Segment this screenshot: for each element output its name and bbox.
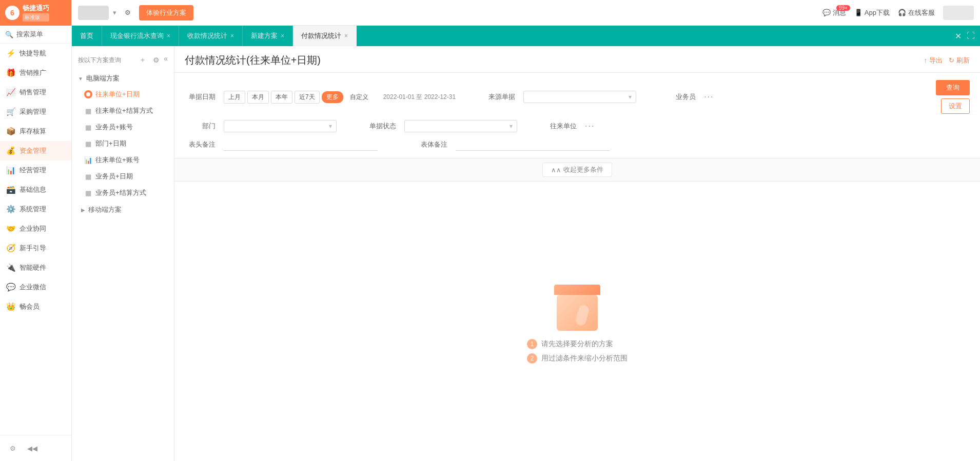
query-actions: 查询 设置 [936, 80, 970, 114]
sidebar-item-guide[interactable]: 🧭 新手引导 [0, 238, 71, 258]
tab-payment-close[interactable]: × [344, 32, 348, 39]
last-7days-button[interactable]: 近7天 [295, 91, 320, 104]
custom-date-button[interactable]: 自定义 [345, 91, 373, 104]
collapse-conditions-button[interactable]: ∧∧ 收起更多条件 [542, 163, 612, 177]
trial-button[interactable]: 体验行业方案 [139, 5, 193, 21]
scheme-collapse-button[interactable]: « [164, 54, 168, 66]
close-window-button[interactable]: ✕ [955, 31, 962, 41]
empty-hint-1: 1 请先选择要分析的方案 [527, 339, 628, 349]
box-body [557, 295, 598, 331]
page-title: 付款情况统计(往来单位+日期) [185, 53, 321, 67]
body-remark-label: 表体备注 [417, 140, 447, 149]
maximize-button[interactable]: ⛶ [967, 31, 975, 41]
scheme-active-icon [84, 90, 92, 98]
scheme-item-dept-date[interactable]: ▦ 部门+日期 [72, 135, 174, 152]
filter-row-2: 部门 ▾ 单据状态 ▾ 往来单位 ··· [185, 120, 970, 132]
scheme-item-staff-account[interactable]: ▦ 业务员+账号 [72, 119, 174, 135]
topbar-right: 💬 消息 99+ 📱 App下载 🎧 在线客服 [822, 6, 974, 20]
sidebar-item-capital[interactable]: 💰 资金管理 [0, 141, 71, 161]
refresh-button[interactable]: ↻ 刷新 [949, 56, 970, 65]
query-button[interactable]: 查询 [936, 80, 970, 95]
scheme-panel-header: 按以下方案查询 ＋ ⚙ « [72, 51, 174, 69]
dept-label: 部门 [185, 122, 215, 131]
body-remark-input[interactable] [456, 138, 610, 151]
phone-icon: 📱 [854, 9, 863, 16]
source-select[interactable]: ▾ [523, 91, 636, 103]
sidebar-item-quick-nav[interactable]: ⚡ 快捷导航 [0, 44, 71, 63]
last-month-button[interactable]: 上月 [224, 91, 245, 104]
this-year-button[interactable]: 本年 [271, 91, 292, 104]
sidebar-item-sales[interactable]: 📈 销售管理 [0, 83, 71, 102]
sidebar-item-member[interactable]: 👑 畅会员 [0, 297, 71, 316]
search-icon: 🔍 [5, 31, 13, 38]
counterpart-label: 往来单位 [546, 122, 577, 131]
online-service-button[interactable]: 🎧 在线客服 [898, 8, 935, 17]
tab-home[interactable]: 首页 [72, 26, 102, 46]
quick-nav-icon: ⚡ [6, 49, 15, 58]
source-label: 来源单据 [484, 92, 515, 102]
dept-select[interactable]: ▾ [224, 120, 337, 132]
this-month-button[interactable]: 本月 [247, 91, 269, 104]
sidebar-collapse-button[interactable]: ◀◀ [25, 440, 40, 456]
inventory-icon: 📦 [6, 127, 15, 136]
scheme-item-unit-settle[interactable]: ▦ 往来单位+结算方式 [72, 103, 174, 119]
sidebar-item-purchase[interactable]: 🛒 采购管理 [0, 102, 71, 122]
staff-select-button[interactable]: ··· [704, 92, 714, 102]
smart-icon: 🔌 [6, 263, 15, 272]
sidebar-item-inventory[interactable]: 📦 库存核算 [0, 122, 71, 141]
sidebar-item-basic[interactable]: 🗃️ 基础信息 [0, 180, 71, 199]
notifications-button[interactable]: 💬 消息 99+ [822, 8, 846, 17]
filter-row-1: 单据日期 上月 本月 本年 近7天 更多 自定义 2022-01-01 至 20… [185, 80, 970, 114]
group-expand-icon: ▼ [78, 76, 83, 82]
enterprise-icon: 🤝 [6, 224, 15, 233]
sidebar-item-wechat[interactable]: 💬 企业微信 [0, 277, 71, 297]
counterpart-select-button[interactable]: ··· [585, 122, 595, 131]
app-download-button[interactable]: 📱 App下载 [854, 8, 890, 17]
mobile-scheme-group: ▶ 移动端方案 [72, 202, 174, 217]
collapse-bar: ∧∧ 收起更多条件 [174, 158, 980, 182]
desktop-group-header[interactable]: ▼ 电脑端方案 [72, 71, 174, 86]
tab-new-plan[interactable]: 新建方案 × [243, 26, 293, 46]
main-area: ▾ ⚙ 体验行业方案 💬 消息 99+ 📱 App下载 🎧 在线客服 首页 [72, 0, 980, 461]
sidebar-item-smart[interactable]: 🔌 智能硬件 [0, 258, 71, 277]
user-avatar[interactable] [943, 6, 974, 20]
scheme-item-staff-date[interactable]: ▦ 业务员+日期 [72, 168, 174, 185]
doc-status-select[interactable]: ▾ [404, 120, 517, 132]
sidebar-item-system[interactable]: ⚙️ 系统管理 [0, 199, 71, 219]
scheme-item-unit-date[interactable]: 往来单位+日期 [72, 86, 174, 103]
topbar-avatar [78, 6, 109, 20]
scheme-table-icon-3: ▦ [84, 139, 92, 148]
tab-payment[interactable]: 付款情况统计 × [293, 26, 357, 46]
scheme-settings-button[interactable]: ⚙ [150, 54, 162, 66]
filter-row-3: 表头备注 表体备注 [185, 138, 970, 151]
sidebar-footer: ⚙ ◀◀ [0, 435, 71, 461]
sidebar-item-enterprise[interactable]: 🤝 企业协同 [0, 219, 71, 238]
staff-label: 业务员 [665, 92, 696, 102]
member-icon: 👑 [6, 302, 15, 311]
sidebar-item-operation[interactable]: 📊 经营管理 [0, 161, 71, 180]
topbar-dropdown-chevron[interactable]: ▾ [113, 9, 116, 16]
capital-icon: 💰 [6, 146, 15, 155]
sidebar-item-marketing[interactable]: 🎁 营销推广 [0, 63, 71, 83]
settings-button[interactable]: 设置 [941, 98, 970, 114]
window-controls: ✕ ⛶ [950, 26, 980, 46]
topbar-settings-icon[interactable]: ⚙ [121, 6, 135, 20]
header-remark-input[interactable] [224, 138, 378, 151]
sidebar-nav: ⚡ 快捷导航 🎁 营销推广 📈 销售管理 🛒 采购管理 📦 库存核算 💰 资金管… [0, 44, 71, 435]
tab-bank-close[interactable]: × [167, 32, 170, 39]
guide-icon: 🧭 [6, 244, 15, 253]
desktop-scheme-group: ▼ 电脑端方案 往来单位+日期 ▦ 往来单位+结算方式 ▦ 业务员+账号 [72, 71, 174, 201]
sidebar-search[interactable]: 🔍 搜索菜单 [0, 26, 71, 44]
scheme-item-staff-settle[interactable]: ▦ 业务员+结算方式 [72, 185, 174, 201]
more-dates-button[interactable]: 更多 [322, 91, 343, 103]
scheme-add-button[interactable]: ＋ [137, 54, 148, 66]
mobile-group-header[interactable]: ▶ 移动端方案 [72, 202, 174, 217]
scheme-item-unit-account[interactable]: 📊 往来单位+账号 [72, 152, 174, 168]
tab-bank[interactable]: 现金银行流水查询 × [102, 26, 179, 46]
tab-receipt[interactable]: 收款情况统计 × [179, 26, 243, 46]
sidebar-settings-button[interactable]: ⚙ [5, 440, 21, 456]
wechat-icon: 💬 [6, 283, 15, 292]
tab-receipt-close[interactable]: × [230, 32, 234, 39]
export-button[interactable]: ↑ 导出 [924, 56, 943, 65]
tab-new-plan-close[interactable]: × [281, 32, 284, 39]
